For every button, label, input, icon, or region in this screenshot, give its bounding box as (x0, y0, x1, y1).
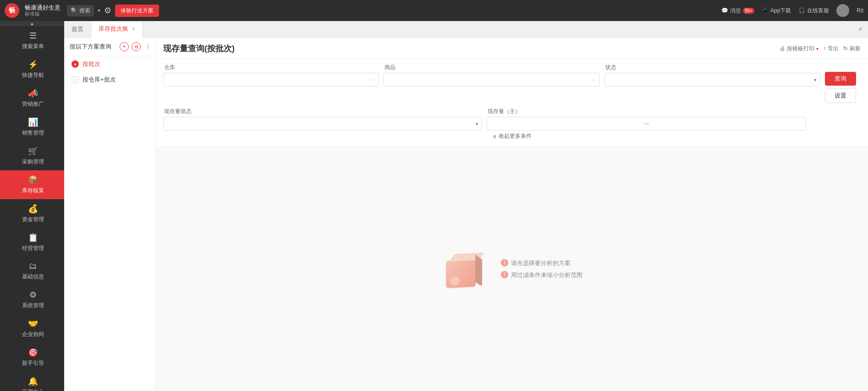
empty-hint-1: 1 请先选择要分析的方案 (501, 259, 582, 267)
newbie-icon: 🎯 (28, 348, 38, 358)
tab-home[interactable]: 首页 (64, 21, 91, 37)
query-button[interactable]: 查询 (825, 72, 856, 86)
topbar-actions: 💬 消息 99+ 📱 App下载 🎧 在线客服 Rit (721, 4, 863, 17)
left-panel-header: 按以下方案查询 + ⚙ 《 (64, 38, 155, 56)
export-btn[interactable]: ↑ 导出 (823, 45, 839, 53)
sidebar: ▲ ☰ 搜索菜单 ⚡ 快捷导航 📣 营销推广 📊 销售管理 🛒 采购管理 📦 库… (0, 21, 64, 391)
sidebar-item-quick-nav[interactable]: ⚡ 快捷导航 (0, 55, 64, 84)
sidebar-item-label: 企业协同 (22, 331, 44, 338)
app-edition: 标准版 (25, 11, 60, 17)
goods-input[interactable]: ··· (384, 73, 599, 87)
sidebar-item-basic[interactable]: 🗂 基础信息 (0, 257, 64, 285)
sidebar-item-search-menu[interactable]: ☰ 搜索菜单 (0, 26, 64, 55)
hint2-text: 用过滤条件来缩小分析范围 (511, 271, 582, 279)
page-content: 按以下方案查询 + ⚙ 《 ● 按批次 ○ 按仓库+批次 (64, 38, 868, 391)
message-icon: 💬 (721, 7, 728, 14)
sidebar-scroll-up[interactable]: ▲ (0, 21, 64, 26)
scheme-inactive-dot: ○ (71, 76, 79, 83)
warehouse-more-icon: ··· (371, 77, 375, 82)
sidebar-item-label: 经营管理 (22, 244, 44, 252)
status-label: 状态 (604, 64, 820, 71)
scheme-label: 按仓库+批次 (82, 76, 116, 84)
empty-state: 1 请先选择要分析的方案 2 用过滤条件来缩小分析范围 (156, 147, 868, 391)
sidebar-item-purchase[interactable]: 🛒 采购管理 (0, 141, 64, 170)
page-title: 现存量查询(按批次) (163, 43, 235, 54)
collapse-label: 收起更多条件 (499, 132, 532, 140)
scheme-item-by-batch[interactable]: ● 按批次 (64, 56, 155, 72)
message-action[interactable]: 💬 消息 99+ (721, 7, 754, 15)
topbar-settings[interactable]: ⚙ (104, 5, 111, 16)
scheme-settings-btn[interactable]: ⚙ (132, 42, 141, 51)
sidebar-item-collab[interactable]: 🤝 企业协同 (0, 314, 64, 343)
inventory-qty-filter: 现存量（主） — (487, 108, 806, 130)
tab-close-btn[interactable]: × (132, 26, 135, 32)
finance-icon: 💰 (28, 204, 38, 214)
panel-collapse-btn[interactable]: 《 (143, 43, 150, 51)
sidebar-item-inventory[interactable]: 📦 库存核算 (0, 170, 64, 199)
sidebar-item-newbie[interactable]: 🎯 新手引导 (0, 343, 64, 372)
range-dash: — (643, 120, 649, 127)
refresh-btn[interactable]: ↻ 刷新 (843, 45, 861, 53)
warehouse-filter: 仓库 ··· (163, 64, 379, 87)
inventory-qty-label: 现存量（主） (487, 108, 806, 115)
experience-btn[interactable]: 体验行业方案 (115, 5, 159, 17)
inventory-qty-range[interactable]: — (487, 117, 806, 130)
close-panel-btn[interactable]: × (853, 25, 868, 33)
marketing-icon: 📣 (28, 88, 38, 98)
sidebar-item-label: 新手引导 (22, 359, 44, 367)
empty-hints: 1 请先选择要分析的方案 2 用过滤条件来缩小分析范围 (501, 259, 582, 279)
search-menu-icon: ☰ (29, 31, 37, 41)
tab-inventory-batch[interactable]: 库存批次账 × (91, 22, 143, 38)
collab-icon: 🤝 (28, 319, 38, 329)
headset-icon: 🎧 (798, 7, 805, 14)
right-content: 现存量查询(按批次) 🖨 按模板打印 ▾ ↑ 导出 ↻ (156, 38, 868, 391)
print-icon: 🖨 (780, 45, 785, 52)
sidebar-item-label: 快捷导航 (22, 71, 44, 79)
inventory-status-filter: 现存量状态 ▾ (163, 108, 482, 130)
hint1-text: 请先选择要分析的方案 (511, 259, 571, 267)
print-btn[interactable]: 🖨 按模板打印 ▾ (780, 45, 819, 53)
sidebar-item-sales[interactable]: 📊 销售管理 (0, 113, 64, 141)
sidebar-item-marketing[interactable]: 📣 营销推广 (0, 84, 64, 113)
sidebar-item-finance[interactable]: 💰 资金管理 (0, 199, 64, 228)
status-select[interactable]: ▾ (604, 73, 820, 87)
hint1-num: 1 (501, 259, 508, 266)
scheme-item-by-warehouse-batch[interactable]: ○ 按仓库+批次 (64, 72, 155, 87)
warehouse-label: 仓库 (163, 64, 379, 71)
export-icon: ↑ (823, 45, 826, 52)
add-scheme-btn[interactable]: + (120, 42, 129, 51)
topbar-dropdown[interactable]: ▾ (98, 7, 100, 14)
topbar-search-box[interactable]: 🔍 搜索 (67, 5, 94, 16)
scheme-active-dot: ● (71, 60, 79, 68)
inventory-status-select[interactable]: ▾ (163, 117, 482, 130)
appstore-icon: 🔔 (28, 376, 38, 386)
system-icon: ⚙ (29, 290, 37, 300)
collapse-more-btn[interactable]: ∧ 收起更多条件 (163, 130, 861, 142)
refresh-icon: ↻ (843, 45, 848, 52)
sidebar-item-label: 系统管理 (22, 302, 44, 310)
title-actions: 🖨 按模板打印 ▾ ↑ 导出 ↻ 刷新 (780, 45, 861, 53)
search-placeholder: 搜索 (79, 7, 90, 15)
print-dropdown-icon[interactable]: ▾ (816, 46, 819, 51)
goods-more-icon: ··· (592, 77, 595, 82)
sidebar-item-operation[interactable]: 📋 经营管理 (0, 228, 64, 257)
sidebar-item-system[interactable]: ⚙ 系统管理 (0, 285, 64, 314)
collapse-up-icon: ∧ (493, 133, 497, 140)
settings-button[interactable]: 设置 (825, 88, 856, 103)
basic-icon: 🗂 (29, 261, 37, 271)
warehouse-input[interactable]: ··· (163, 73, 379, 87)
goods-filter: 商品 ··· (384, 64, 599, 87)
inventory-icon: 📦 (28, 175, 38, 185)
sidebar-item-label: 基础信息 (22, 273, 44, 281)
app-logo: 畅 (5, 3, 19, 18)
status-chevron-icon: ▾ (814, 77, 816, 82)
online-service-action[interactable]: 🎧 在线客服 (798, 7, 829, 15)
sidebar-item-appstore[interactable]: 🔔 应用中心 (0, 372, 64, 391)
quick-nav-icon: ⚡ (28, 60, 38, 70)
user-avatar[interactable] (836, 4, 849, 17)
app-download-action[interactable]: 📱 App下载 (762, 7, 791, 15)
action-buttons: 查询 设置 (825, 64, 856, 103)
status-filter: 状态 ▾ (604, 64, 820, 87)
inv-status-chevron-icon: ▾ (476, 121, 478, 126)
content-area: 首页 库存批次账 × × 按以下方案查询 + ⚙ 《 (64, 21, 868, 391)
